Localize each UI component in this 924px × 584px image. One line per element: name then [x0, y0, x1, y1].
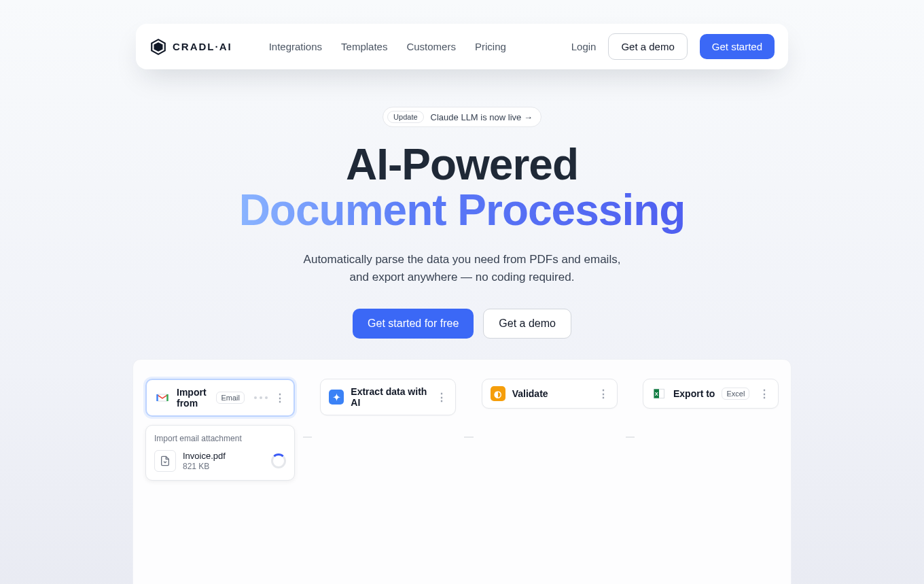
step-import[interactable]: Import from Email ⋮: [145, 379, 295, 417]
svg-marker-1: [155, 43, 162, 50]
step-export[interactable]: X Export to Excel ⋮: [643, 379, 779, 409]
connector: [303, 436, 312, 438]
get-started-button[interactable]: Get started: [700, 34, 775, 59]
cta-start-button[interactable]: Get started for free: [353, 309, 474, 339]
step-export-label: Export to: [673, 388, 715, 399]
file-name: Invoice.pdf: [183, 451, 226, 462]
step-import-more-icon[interactable]: ⋮: [274, 392, 285, 405]
step-import-chip: Email: [216, 392, 245, 404]
step-export-more-icon[interactable]: ⋮: [759, 388, 770, 400]
update-text: Claude LLM is now live →: [431, 112, 533, 122]
hero-heading: AI-Powered Document Processing: [0, 142, 924, 233]
gmail-icon: [155, 390, 170, 405]
step-export-chip: Excel: [722, 388, 749, 400]
login-link[interactable]: Login: [571, 41, 597, 52]
demo-button[interactable]: Get a demo: [608, 33, 687, 60]
cta-demo-button[interactable]: Get a demo: [483, 309, 571, 339]
workflow-steps-row: Import from Email ⋮ Import email attachm…: [145, 379, 779, 481]
svg-text:X: X: [655, 391, 658, 397]
file-size: 821 KB: [183, 462, 226, 471]
step-extract-label: Extract data with AI: [351, 386, 429, 408]
hex-logo-icon: [149, 38, 167, 56]
detail-title: Import email attachment: [154, 434, 286, 443]
brand-logo[interactable]: CRADL·AI: [149, 38, 232, 56]
pdf-file-icon: [154, 450, 176, 472]
hero-subtext: Automatically parse the data you need fr…: [0, 251, 924, 286]
loading-spinner-icon: [271, 453, 286, 468]
top-nav: CRADL·AI Integrations Templates Customer…: [136, 24, 788, 69]
nav-right: Login Get a demo Get started: [571, 33, 775, 60]
workflow-col-import: Import from Email ⋮ Import email attachm…: [145, 379, 295, 481]
step-import-progress-dots: [254, 396, 268, 399]
nav-link-customers[interactable]: Customers: [406, 41, 456, 52]
hero: AI-Powered Document Processing Automatic…: [0, 142, 924, 339]
step-validate[interactable]: ◐ Validate ⋮: [482, 379, 618, 409]
step-extract-more-icon[interactable]: ⋮: [436, 391, 447, 404]
connector: [464, 436, 473, 438]
workflow-panel: Import from Email ⋮ Import email attachm…: [132, 359, 792, 584]
step-validate-label: Validate: [512, 388, 548, 399]
validate-icon: ◐: [491, 386, 505, 401]
step-validate-more-icon[interactable]: ⋮: [598, 388, 609, 400]
nav-links: Integrations Templates Customers Pricing: [269, 41, 506, 52]
file-row: Invoice.pdf 821 KB: [154, 450, 286, 472]
nav-link-integrations[interactable]: Integrations: [269, 41, 322, 52]
step-extract[interactable]: ✦ Extract data with AI ⋮: [320, 379, 456, 415]
hero-line2: Document Processing: [239, 186, 686, 235]
hero-sub2: and export anywhere — no coding required…: [0, 269, 924, 286]
nav-link-templates[interactable]: Templates: [341, 41, 387, 52]
step-import-label: Import from: [177, 387, 209, 409]
hero-cta: Get started for free Get a demo: [0, 309, 924, 339]
file-meta: Invoice.pdf 821 KB: [183, 451, 226, 471]
brand-text: CRADL·AI: [173, 41, 232, 52]
hero-sub1: Automatically parse the data you need fr…: [0, 251, 924, 269]
excel-icon: X: [652, 386, 667, 401]
hero-line1: AI-Powered: [346, 140, 578, 189]
nav-link-pricing[interactable]: Pricing: [475, 41, 506, 52]
import-detail-card: Import email attachment Invoice.pdf 821 …: [145, 425, 295, 481]
connector: [626, 436, 635, 438]
sparkle-icon: ✦: [329, 390, 344, 405]
update-badge: Update: [387, 111, 423, 123]
update-pill[interactable]: Update Claude LLM is now live →: [383, 107, 541, 127]
